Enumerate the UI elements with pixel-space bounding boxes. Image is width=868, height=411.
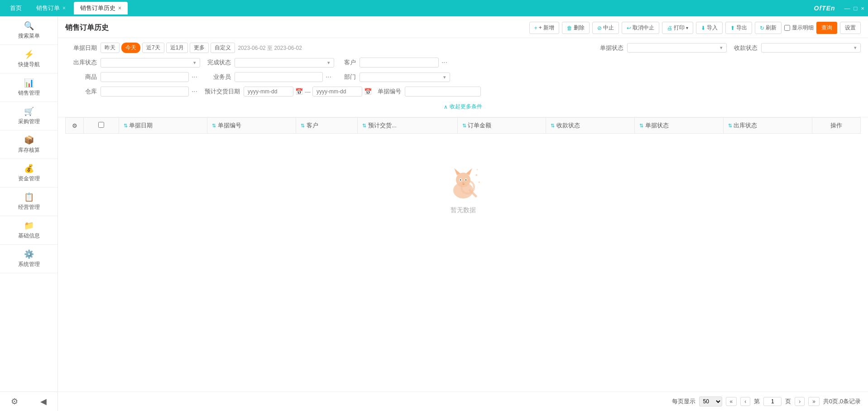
select-all-checkbox[interactable] <box>98 122 104 128</box>
print-button[interactable]: 🖨 打印 ▾ <box>662 22 693 34</box>
export-button[interactable]: ⬆ 导出 <box>725 22 752 34</box>
sidebar-item-basic-info[interactable]: 📁 基础信息 <box>0 216 58 245</box>
next-page-btn[interactable]: › <box>795 397 805 406</box>
purchase-mgmt-icon: 🛒 <box>24 106 34 116</box>
tab-sales-order-history-close[interactable]: × <box>118 5 121 11</box>
sidebar-item-fund-mgmt[interactable]: 💰 资金管理 <box>0 159 58 188</box>
filter-row-3: 商品 ··· 业务员 ··· 部门 ▾ <box>65 72 861 82</box>
receipt-status-select[interactable]: ▾ <box>761 43 861 53</box>
operations-column-header: 操作 <box>812 118 860 134</box>
customer-more-icon[interactable]: ··· <box>439 58 450 67</box>
last-page-btn[interactable]: » <box>808 397 820 406</box>
date-btn-7days[interactable]: 近7天 <box>142 43 164 53</box>
sidebar-item-sales-mgmt[interactable]: 📊 销售管理 <box>0 73 58 102</box>
customer-input[interactable] <box>360 58 439 68</box>
sidebar-item-search-menu[interactable]: 🔍 搜索菜单 <box>0 16 58 45</box>
date-btn-1month[interactable]: 近1月 <box>166 43 188 53</box>
new-button[interactable]: + + 新增 <box>529 22 559 34</box>
tab-home[interactable]: 首页 <box>4 2 28 15</box>
sales-mgmt-icon: 📊 <box>24 78 34 88</box>
complete-status-select[interactable]: ▾ <box>235 58 334 68</box>
bill-status-label: 单据状态 <box>596 44 623 52</box>
delivery-date-to-input[interactable] <box>312 87 362 97</box>
outbound-status-select[interactable]: ▾ <box>101 58 200 68</box>
date-btn-custom[interactable]: 自定义 <box>211 43 235 53</box>
page-input[interactable] <box>763 397 782 406</box>
delete-button[interactable]: 🗑 删除 <box>562 22 590 34</box>
bill-status-sort-icon: ⇅ <box>639 123 643 128</box>
tab-sales-order-history[interactable]: 销售订单历史 × <box>74 2 128 15</box>
sidebar-item-purchase-mgmt[interactable]: 🛒 采购管理 <box>0 102 58 131</box>
sidebar-item-ops-mgmt[interactable]: 📋 经营管理 <box>0 188 58 216</box>
query-button[interactable]: 查询 <box>816 22 837 34</box>
svg-point-1 <box>456 173 470 187</box>
settings-column-header[interactable]: ⚙ <box>66 118 84 134</box>
sidebar-item-sys-mgmt[interactable]: ⚙️ 系统管理 <box>0 245 58 273</box>
table-settings-icon[interactable]: ⚙ <box>72 122 77 129</box>
salesperson-input[interactable] <box>235 72 323 82</box>
sidebar-item-inventory-calc[interactable]: 📦 库存核算 <box>0 131 58 159</box>
outbound-status-column-header[interactable]: ⇅ 出库状态 <box>723 118 812 134</box>
cancel-stop-icon: ↩ <box>627 25 631 31</box>
export-label: 导出 <box>736 24 747 32</box>
order-amount-column-header[interactable]: ⇅ 订单金额 <box>457 118 546 134</box>
restore-btn[interactable]: □ <box>854 5 858 12</box>
warehouse-label: 仓库 <box>65 87 97 96</box>
date-btn-yesterday[interactable]: 昨天 <box>101 43 120 53</box>
tab-sales-order-close[interactable]: × <box>62 5 66 11</box>
per-page-select[interactable]: 50 10 20 100 <box>699 396 722 406</box>
date-btn-more[interactable]: 更多 <box>190 43 209 53</box>
receipt-status-column-header[interactable]: ⇅ 收款状态 <box>546 118 635 134</box>
refresh-button[interactable]: ↻ 刷新 <box>755 22 782 34</box>
bill-status-column-header[interactable]: ⇅ 单据状态 <box>635 118 724 134</box>
filter-row-1: 单据日期 昨天 今天 近7天 近1月 更多 自定义 2023-06-02 至 2… <box>65 43 861 53</box>
delivery-date-from-calendar-icon[interactable]: 📅 <box>295 88 303 95</box>
dept-select[interactable]: ▾ <box>360 73 450 82</box>
delivery-date-column-header[interactable]: ⇅ 预计交货... <box>358 118 457 134</box>
bill-status-select[interactable]: ▾ <box>627 43 727 53</box>
delivery-date-to-calendar-icon[interactable]: 📅 <box>364 88 372 95</box>
date-btns: 昨天 今天 近7天 近1月 更多 自定义 <box>101 43 235 53</box>
warehouse-more-icon[interactable]: ··· <box>189 87 200 96</box>
search-menu-icon: 🔍 <box>24 21 34 31</box>
empty-state: ✦ ✦ ✦ 暂无数据 <box>66 134 861 242</box>
sidebar-collapse-icon[interactable]: ◀ <box>40 396 47 406</box>
import-icon: ⬇ <box>701 25 705 31</box>
export-icon: ⬆ <box>730 25 735 31</box>
warehouse-control: ··· <box>101 87 200 97</box>
warehouse-input[interactable] <box>101 87 189 97</box>
new-icon: + <box>534 25 537 31</box>
product-more-icon[interactable]: ··· <box>189 73 200 81</box>
display-toggle-checkbox[interactable] <box>784 25 790 31</box>
tab-sales-order[interactable]: 销售订单 × <box>30 2 72 15</box>
product-label: 商品 <box>65 73 97 81</box>
first-page-btn[interactable]: « <box>726 397 737 406</box>
import-button[interactable]: ⬇ 导入 <box>696 22 723 34</box>
display-toggle[interactable]: 显示明细 <box>784 24 814 32</box>
bill-status-chevron-icon: ▾ <box>720 45 723 51</box>
svg-text:✦: ✦ <box>478 180 481 184</box>
date-btn-today[interactable]: 今天 <box>121 43 140 53</box>
cancel-stop-button[interactable]: ↩ 取消中止 <box>622 22 659 34</box>
toolbar: + + 新增 🗑 删除 ⊘ 中止 ↩ 取消中止 🖨 打印 <box>529 22 861 34</box>
customer-column-header[interactable]: ⇅ 客户 <box>296 118 358 134</box>
bill-no-column-header[interactable]: ⇅ 单据编号 <box>207 118 296 134</box>
delivery-date-from-input[interactable] <box>244 87 293 97</box>
display-toggle-label: 显示明细 <box>792 24 814 32</box>
bill-no-input[interactable] <box>405 87 481 97</box>
sidebar-settings-icon[interactable]: ⚙ <box>11 396 18 406</box>
collapse-bar[interactable]: ∧ 收起更多条件 <box>65 101 861 112</box>
settings-button[interactable]: 设置 <box>840 22 861 34</box>
sidebar-item-quick-nav[interactable]: ⚡ 快捷导航 <box>0 45 58 73</box>
stop-button[interactable]: ⊘ 中止 <box>592 22 619 34</box>
minimize-btn[interactable]: — <box>844 5 850 12</box>
salesperson-more-icon[interactable]: ··· <box>323 73 334 81</box>
collapse-up-icon: ∧ <box>444 104 448 110</box>
receipt-status-chevron-icon: ▾ <box>854 45 857 51</box>
prev-page-btn[interactable]: ‹ <box>740 397 750 406</box>
sidebar-bottom: ⚙ ◀ <box>0 392 58 411</box>
close-btn[interactable]: × <box>861 5 864 12</box>
window-controls: OfTEn — □ × <box>814 5 864 12</box>
bill-date-column-header[interactable]: ⇅ 单据日期 <box>119 118 207 134</box>
product-input[interactable] <box>101 72 189 82</box>
